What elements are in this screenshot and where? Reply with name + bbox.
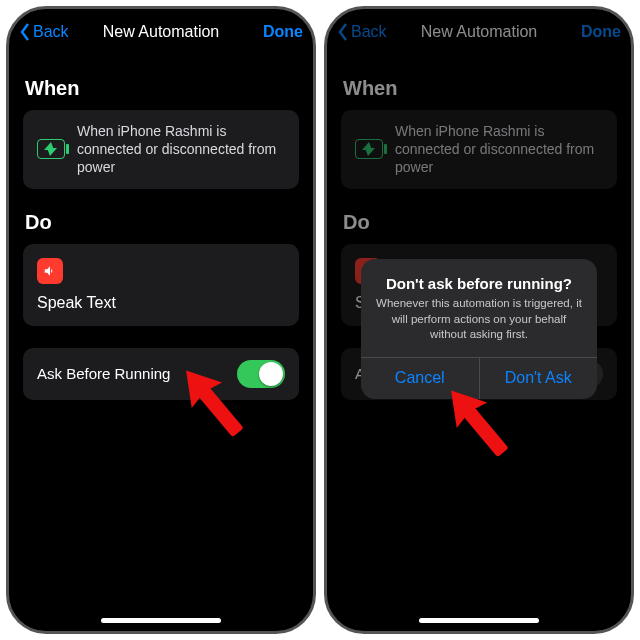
back-button[interactable]: Back	[337, 22, 387, 42]
ask-before-running-row: Ask Before Running	[23, 348, 299, 400]
trigger-text: When iPhone Rashmi is connected or disco…	[395, 122, 603, 177]
charging-battery-icon	[355, 139, 383, 159]
phone-left: Back New Automation Done When When iPhon…	[6, 6, 316, 634]
ask-before-running-label: Ask Before Running	[37, 365, 170, 382]
dialog-title: Don't ask before running?	[375, 275, 583, 292]
action-title: Speak Text	[37, 294, 285, 312]
home-indicator[interactable]	[101, 618, 221, 623]
back-label: Back	[351, 23, 387, 41]
chevron-left-icon	[337, 22, 349, 42]
when-heading: When	[343, 77, 617, 100]
back-button[interactable]: Back	[19, 22, 69, 42]
do-heading: Do	[25, 211, 299, 234]
nav-bar: Back New Automation Done	[327, 9, 631, 55]
action-card[interactable]: Speak Text	[23, 244, 299, 326]
when-heading: When	[25, 77, 299, 100]
trigger-card[interactable]: When iPhone Rashmi is connected or disco…	[23, 110, 299, 189]
trigger-card[interactable]: When iPhone Rashmi is connected or disco…	[341, 110, 617, 189]
done-button[interactable]: Done	[581, 23, 621, 41]
home-indicator[interactable]	[419, 618, 539, 623]
speaker-icon	[37, 258, 63, 284]
do-heading: Do	[343, 211, 617, 234]
nav-bar: Back New Automation Done	[9, 9, 313, 55]
phone-right: Back New Automation Done When When iPhon…	[324, 6, 634, 634]
charging-battery-icon	[37, 139, 65, 159]
back-label: Back	[33, 23, 69, 41]
chevron-left-icon	[19, 22, 31, 42]
done-button[interactable]: Done	[263, 23, 303, 41]
trigger-text: When iPhone Rashmi is connected or disco…	[77, 122, 285, 177]
dialog-cancel-button[interactable]: Cancel	[361, 358, 480, 399]
dialog-confirm-button[interactable]: Don't Ask	[480, 358, 598, 399]
dialog-message: Whenever this automation is triggered, i…	[375, 296, 583, 343]
ask-before-running-toggle[interactable]	[237, 360, 285, 388]
confirm-dialog: Don't ask before running? Whenever this …	[361, 259, 597, 399]
